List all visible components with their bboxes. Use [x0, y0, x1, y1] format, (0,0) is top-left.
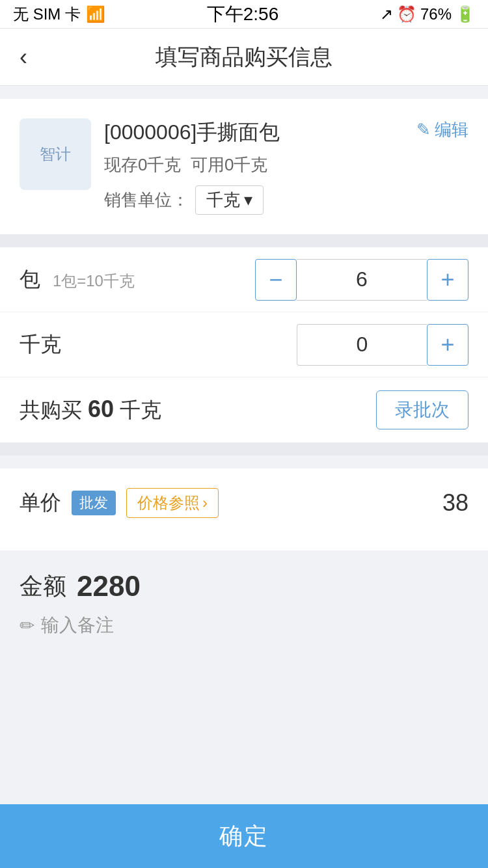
section-separator-1: [0, 234, 488, 247]
price-reference-button[interactable]: 价格参照 ›: [126, 488, 219, 518]
price-section: 单价 批发 价格参照 › 38: [0, 468, 488, 550]
no-sim-label: 无 SIM 卡: [13, 4, 81, 25]
kg-input-control: +: [297, 324, 468, 366]
unit-label: 销售单位：: [104, 189, 189, 211]
batch-button[interactable]: 录批次: [376, 390, 468, 429]
pack-increment-button[interactable]: +: [427, 259, 468, 301]
location-icon: ↗: [380, 5, 393, 23]
back-button[interactable]: ‹: [20, 44, 27, 71]
status-time: 下午2:56: [207, 2, 279, 27]
chevron-down-icon: ▾: [244, 190, 252, 210]
product-card: 智计 [0000006]手撕面包 现存0千克 可用0千克 销售单位： 千克 ▾ …: [0, 99, 488, 234]
amount-value: 2280: [77, 570, 141, 603]
product-logo: 智计: [40, 144, 71, 165]
wifi-icon: 📶: [86, 5, 105, 23]
pack-quantity-input[interactable]: [297, 259, 427, 301]
price-row: 单价 批发 价格参照 › 38: [20, 488, 468, 518]
status-left: 无 SIM 卡 📶: [13, 4, 105, 25]
total-row: 共购买 60 千克 录批次: [0, 377, 488, 442]
kg-input-row: 千克 +: [0, 312, 488, 377]
unit-select[interactable]: 千克 ▾: [195, 185, 264, 215]
total-label: 共购买 60 千克: [20, 396, 161, 425]
amount-row: 金额 2280: [20, 570, 468, 603]
battery-icon: 🔋: [455, 5, 475, 23]
kg-quantity-input[interactable]: [297, 324, 427, 366]
product-info: [0000006]手撕面包 现存0千克 可用0千克 销售单位： 千克 ▾: [104, 118, 468, 215]
amount-section: 金额 2280 ✏ 输入备注: [0, 550, 488, 651]
price-tag: 批发: [72, 491, 116, 515]
pencil-icon: ✏: [20, 615, 34, 636]
remark-row[interactable]: ✏ 输入备注: [20, 613, 468, 638]
section-separator-2: [0, 442, 488, 455]
total-value: 60: [88, 396, 114, 422]
product-unit-row: 销售单位： 千克 ▾: [104, 185, 468, 215]
price-label: 单价: [20, 489, 61, 517]
remark-input[interactable]: 输入备注: [41, 613, 114, 638]
kg-increment-button[interactable]: +: [427, 324, 468, 366]
edit-label: 编辑: [435, 118, 468, 141]
status-bar: 无 SIM 卡 📶 下午2:56 ↗ ⏰ 76% 🔋: [0, 0, 488, 29]
page-title: 填写商品购买信息: [156, 42, 332, 72]
kg-label: 千克: [20, 331, 297, 359]
pack-input-control: − +: [255, 259, 468, 301]
pack-label: 包 1包=10千克: [20, 265, 255, 294]
pack-input-row: 包 1包=10千克 − +: [0, 247, 488, 312]
amount-label: 金额: [20, 571, 66, 603]
pack-decrement-button[interactable]: −: [255, 259, 297, 301]
confirm-button[interactable]: 确定: [0, 804, 488, 868]
price-ref-arrow-icon: ›: [202, 494, 208, 512]
alarm-icon: ⏰: [397, 5, 416, 23]
nav-bar: ‹ 填写商品购买信息: [0, 29, 488, 86]
pack-sub-label: 1包=10千克: [53, 272, 135, 290]
price-ref-label: 价格参照: [137, 493, 200, 513]
unit-value: 千克: [206, 189, 240, 211]
status-right: ↗ ⏰ 76% 🔋: [380, 5, 475, 23]
price-value: 38: [442, 489, 468, 517]
edit-button[interactable]: ✎ 编辑: [416, 118, 468, 141]
product-name: [0000006]手撕面包: [104, 118, 468, 147]
product-stock: 现存0千克 可用0千克: [104, 154, 468, 176]
product-image: 智计: [20, 118, 91, 190]
edit-icon: ✎: [416, 120, 431, 140]
battery-label: 76%: [420, 5, 452, 23]
input-section: 包 1包=10千克 − + 千克 +: [0, 247, 488, 377]
